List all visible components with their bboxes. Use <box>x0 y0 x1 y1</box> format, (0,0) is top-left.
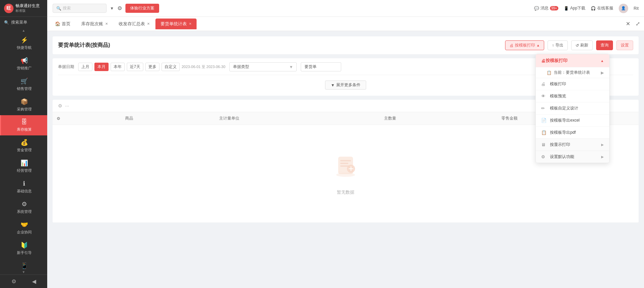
tabs-expand-btn[interactable]: ⤢ <box>634 19 641 28</box>
basic-icon: ℹ <box>23 180 25 187</box>
sidebar-search[interactable]: 🔍 搜索菜单 <box>0 17 47 28</box>
settings-bottom-btn[interactable]: ⚙ <box>11 278 16 285</box>
sidebar-item-cooperation[interactable]: 🤝 企业协同 <box>0 218 47 238</box>
sidebar-item-guide[interactable]: 🔰 新手引导 <box>0 238 47 259</box>
tab-requisition-stats-close[interactable]: ✕ <box>189 22 192 26</box>
topbar-search-icon: 🔍 <box>56 6 61 11</box>
date-btn-this-year[interactable]: 本年 <box>111 63 125 71</box>
print-icon: 🖨 <box>509 43 514 48</box>
tab-home[interactable]: 🏠 首页 <box>50 19 76 29</box>
export-icon: ↑ <box>552 43 554 48</box>
print-template-btn[interactable]: 🖨 按模板打印 ▲ <box>505 40 544 50</box>
user-avatar[interactable]: 👤 <box>619 4 628 13</box>
tab-requisition-stats-label: 要货单统计表 <box>160 21 187 27</box>
template-print-label: 模板打印 <box>550 81 566 87</box>
settings-col-icon[interactable]: ⚙ <box>57 116 60 121</box>
requisition-select[interactable]: 要货单 <box>301 62 341 71</box>
sidebar-item-label: 销售管理 <box>17 86 32 91</box>
sidebar-item-label: 系统管理 <box>17 209 32 214</box>
order-type-arrow: ▼ <box>289 65 293 69</box>
template-print-icon: 🖨 <box>541 82 547 87</box>
dropdown-template-print[interactable]: 🖨 模板打印 <box>536 78 609 90</box>
sidebar-item-operation[interactable]: 📊 经营管理 <box>0 156 47 177</box>
query-btn[interactable]: 查询 <box>596 40 613 50</box>
dropdown-up-arrow[interactable]: ▲ <box>601 59 604 63</box>
tabs-close-btn[interactable]: ✕ <box>624 19 632 28</box>
tab-requisition-stats[interactable]: 要货单统计表 ✕ <box>155 19 197 29</box>
dropdown-display-print[interactable]: 🖥 按显示打印 ▶ <box>536 138 609 151</box>
topbar-gear-icon[interactable]: ⚙ <box>117 5 122 11</box>
sidebar-item-label: 经营管理 <box>17 168 32 173</box>
messages-item[interactable]: 💬 消息 99+ <box>534 5 558 11</box>
no-data-text: 暂无数据 <box>337 189 354 195</box>
settings-btn[interactable]: 设置 <box>616 40 633 50</box>
page-actions: 🖨 按模板打印 ▲ ↑ 导出 ↺ 刷新 查询 设置 <box>505 40 633 50</box>
sidebar-scroll-down[interactable]: ▼ <box>0 269 47 275</box>
online-service-item[interactable]: 🎧 在线客服 <box>591 5 613 11</box>
topbar-dropdown-arrow[interactable]: ▼ <box>110 6 114 11</box>
sidebar-scroll-up[interactable]: ▲ <box>0 28 47 33</box>
table-settings-icon[interactable]: ⚙ <box>58 103 62 108</box>
print-template-label: 按模板打印 <box>515 42 535 48</box>
industry-btn[interactable]: 体验行业方案 <box>125 4 159 13</box>
export-btn[interactable]: ↑ 导出 <box>548 40 568 50</box>
col-unit: 主计量单位 <box>215 112 380 125</box>
dropdown-template-custom[interactable]: ✏ 模板自定义设计 <box>536 102 609 114</box>
search-label: 搜索菜单 <box>11 20 27 25</box>
sidebar-item-inventory[interactable]: 🗄 库存核算 <box>0 115 47 135</box>
requisition-label: 要货单 <box>304 64 317 70</box>
sidebar-item-finance[interactable]: 💰 资金管理 <box>0 135 47 156</box>
date-btn-this-month[interactable]: 本月 <box>94 63 109 71</box>
date-btn-last-month[interactable]: 上月 <box>78 63 92 71</box>
dropdown-template-preview[interactable]: 👁 模板预览 <box>536 90 609 102</box>
ellipsis-icon[interactable]: ··· <box>65 103 69 108</box>
order-type-select[interactable]: 单据类型 ▼ <box>229 62 297 71</box>
date-btn-more[interactable]: 更多 <box>145 63 159 71</box>
tab-receivable-summary[interactable]: 收发存汇总表 ✕ <box>114 19 155 29</box>
app-download-item[interactable]: 📱 App下载 <box>564 5 585 11</box>
messages-badge: 99+ <box>550 6 558 10</box>
export-excel-icon: 📄 <box>541 118 547 123</box>
online-service-label: 在线客服 <box>597 5 613 11</box>
sidebar-item-app-center[interactable]: 📱 应用中心 <box>0 259 47 269</box>
date-btn-7days[interactable]: 近7天 <box>127 63 143 71</box>
sidebar-nav: ⚡ 快捷导航 📢 营销推广 🛒 销售管理 📦 采购管理 🗄 库存核算 💰 资金管… <box>0 33 47 269</box>
col-settings: ⚙ <box>53 112 121 125</box>
dropdown-default-settings[interactable]: ⚙ 设置默认功能 ▶ <box>536 151 609 163</box>
tabs-right-actions: ✕ ⤢ <box>624 19 641 28</box>
sales-icon: 🛒 <box>21 77 28 85</box>
dropdown-template-export-pdf[interactable]: 📋 按模板导出pdf <box>536 126 609 138</box>
topbar: 🔍 搜索 ▼ ⚙ 体验行业方案 💬 消息 99+ 📱 App下载 🎧 在线客服 … <box>47 0 644 17</box>
svg-rect-3 <box>340 163 348 164</box>
expand-more-btn[interactable]: ▼ 展开更多条件 <box>325 81 366 90</box>
dropdown-current-label: 当前：要货单统计表 <box>554 70 590 75</box>
sidebar-item-quick-nav[interactable]: ⚡ 快捷导航 <box>0 33 47 54</box>
display-print-label: 按显示打印 <box>550 142 570 148</box>
messages-icon: 💬 <box>534 6 539 11</box>
dropdown-current-arrow: ▶ <box>601 70 604 75</box>
sidebar-item-sales[interactable]: 🛒 销售管理 <box>0 74 47 95</box>
display-print-icon: 🖥 <box>541 142 547 147</box>
date-btn-custom[interactable]: 自定义 <box>162 63 180 71</box>
refresh-btn[interactable]: ↺ 刷新 <box>571 40 593 50</box>
sidebar-item-system[interactable]: ⚙ 系统管理 <box>0 197 47 218</box>
tab-inventory-batch-close[interactable]: ✕ <box>105 22 108 26</box>
tab-inventory-batch[interactable]: 库存批次账 ✕ <box>76 19 113 29</box>
dropdown-current-item[interactable]: 📋 当前：要货单统计表 ▶ <box>536 67 609 78</box>
order-type-label: 单据类型 <box>233 64 249 70</box>
sidebar-item-label: 采购管理 <box>17 107 32 112</box>
template-preview-label: 模板预览 <box>550 93 566 99</box>
topbar-search-box[interactable]: 🔍 搜索 <box>53 4 107 13</box>
collapse-btn[interactable]: ◀ <box>32 278 36 285</box>
sidebar-item-marketing[interactable]: 📢 营销推广 <box>0 54 47 74</box>
app-download-label: App下载 <box>570 5 585 11</box>
query-label: 查询 <box>601 42 609 48</box>
app-center-icon: 📱 <box>21 262 28 269</box>
filter-date-buttons: 上月 本月 本年 近7天 更多 自定义 2023-06-01 至 2023-06… <box>78 63 225 71</box>
default-settings-icon: ⚙ <box>541 154 547 159</box>
settings-btn-label: 设置 <box>621 42 629 48</box>
sidebar-item-basic[interactable]: ℹ 基础信息 <box>0 177 47 197</box>
tab-receivable-summary-close[interactable]: ✕ <box>147 22 150 26</box>
dropdown-template-export-excel[interactable]: 📄 按模板导出excel <box>536 114 609 126</box>
sidebar-item-purchase[interactable]: 📦 采购管理 <box>0 95 47 115</box>
